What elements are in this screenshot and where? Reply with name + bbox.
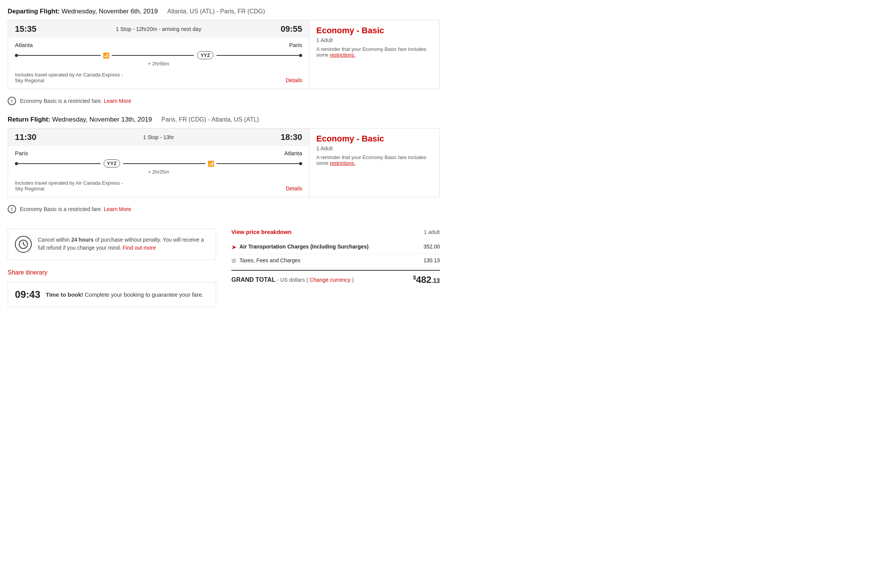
price-header: View price breakdown 1 adult — [231, 229, 440, 235]
returning-learn-more-link[interactable]: Learn More — [104, 206, 131, 212]
plane-icon: ➤ — [231, 244, 236, 251]
per-adult-label: 1 adult — [424, 229, 440, 235]
departing-header: Departing Flight: Wednesday, November 6t… — [8, 8, 440, 15]
transportation-label: ➤ Air Transportation Charges (Including … — [231, 244, 423, 251]
departing-flight-card: 15:35 1 Stop - 12hr20m - arriving next d… — [8, 20, 440, 89]
departing-route-line: 📶 YYZ — [15, 51, 302, 59]
departing-footer: Includes travel operated by Air Canada E… — [15, 72, 302, 83]
departing-details-link[interactable]: Details — [286, 77, 302, 83]
returning-fare-class: Economy - Basic — [316, 134, 433, 144]
returning-route: Paris, FR (CDG) - Atlanta, US (ATL) — [161, 116, 259, 123]
departing-reminder-text: A reminder that your Economy Basic fare … — [316, 46, 433, 58]
returning-cities-row: Paris Atlanta — [15, 150, 302, 156]
transportation-amount: 352.00 — [423, 244, 440, 250]
cancel-box: Cancel within 24 hours of purchase witho… — [8, 229, 216, 260]
transportation-row: ➤ Air Transportation Charges (Including … — [231, 240, 440, 254]
departing-line-right — [216, 55, 299, 56]
grand-total-amount: $482.13 — [413, 275, 440, 285]
find-out-more-link[interactable]: Find out more — [123, 245, 156, 251]
timer-text: Time to book! Complete your booking to g… — [46, 291, 203, 298]
currency-info: - US dollars ( Change currency ) — [277, 277, 354, 283]
returning-section: Return Flight: Wednesday, November 13th,… — [8, 116, 440, 217]
returning-date: Wednesday, November 13th, 2019 — [52, 116, 152, 123]
timer-bold: Time to book! — [46, 291, 83, 298]
returning-operated-by: Includes travel operated by Air Canada E… — [15, 180, 130, 192]
taxes-amount: 130.13 — [423, 257, 440, 263]
departing-depart-time: 15:35 — [15, 24, 36, 34]
taxes-label: ⊞ Taxes, Fees and Charges — [231, 257, 423, 264]
returning-line-left — [18, 163, 101, 164]
departing-line-left — [18, 55, 101, 56]
timer-text-after: Complete your booking to guarantee your … — [85, 291, 203, 298]
departing-warning-bar: ! Economy Basic is a restricted fare. Le… — [8, 93, 440, 109]
returning-line-mid — [123, 163, 206, 164]
bottom-section: Cancel within 24 hours of purchase witho… — [8, 229, 440, 307]
returning-restrictions-link[interactable]: restrictions. — [330, 160, 355, 166]
departing-fare-class: Economy - Basic — [316, 26, 433, 36]
departing-learn-more-link[interactable]: Learn More — [104, 98, 131, 104]
view-price-link[interactable]: View price breakdown — [231, 229, 291, 235]
returning-flight-left: 11:30 1 Stop - 13hr 18:30 Paris Atlanta … — [8, 128, 309, 197]
returning-times-row: 11:30 1 Stop - 13hr 18:30 — [8, 128, 309, 146]
departing-label: Departing Flight: — [8, 8, 60, 15]
currency-text: - US dollars ( — [277, 277, 308, 283]
returning-origin-dot — [15, 162, 18, 165]
total-cents: .13 — [431, 278, 440, 284]
currency-close: ) — [352, 277, 354, 283]
warning-icon-departing: ! — [8, 97, 16, 105]
returning-dest-dot — [299, 162, 302, 165]
returning-adults: 1 Adult — [316, 145, 433, 151]
cancel-prefix: Cancel within — [38, 237, 71, 243]
cancel-text: Cancel within 24 hours of purchase witho… — [38, 236, 209, 252]
transportation-text: Air Transportation Charges (Including Su… — [239, 244, 369, 250]
departing-stopover-code: YYZ — [197, 51, 213, 59]
departing-date: Wednesday, November 6th, 2019 — [62, 8, 158, 15]
returning-layover: + 2hr25m — [15, 169, 302, 175]
returning-arrive-time: 18:30 — [281, 132, 302, 142]
departing-dest-dot — [299, 54, 302, 57]
returning-depart-time: 11:30 — [15, 132, 36, 142]
returning-flight-card: 11:30 1 Stop - 13hr 18:30 Paris Atlanta … — [8, 128, 440, 197]
wifi-icon-returning: 📶 — [208, 161, 214, 167]
departing-warning-text: Economy Basic is a restricted fare. — [20, 98, 103, 104]
total-main: 482 — [416, 275, 431, 285]
grand-total-text: GRAND TOTAL — [231, 276, 275, 283]
departing-line-mid — [112, 55, 194, 56]
departing-route: Atlanta, US (ATL) - Paris, FR (CDG) — [167, 8, 265, 15]
right-bottom: View price breakdown 1 adult ➤ Air Trans… — [231, 229, 440, 307]
departing-section: Departing Flight: Wednesday, November 6t… — [8, 8, 440, 109]
departing-flight-right: Economy - Basic 1 Adult A reminder that … — [309, 20, 439, 89]
share-itinerary-link[interactable]: Share itinerary — [8, 269, 47, 276]
svg-line-2 — [23, 244, 25, 245]
departing-adults: 1 Adult — [316, 37, 433, 43]
left-bottom: Cancel within 24 hours of purchase witho… — [8, 229, 216, 307]
departing-operated-by: Includes travel operated by Air Canada E… — [15, 72, 130, 83]
returning-label: Return Flight: — [8, 116, 50, 123]
currency-symbol: $ — [413, 275, 416, 281]
returning-warning-bar: ! Economy Basic is a restricted fare. Le… — [8, 201, 440, 217]
returning-route-line: YYZ 📶 — [15, 159, 302, 167]
departing-flight-left: 15:35 1 Stop - 12hr20m - arriving next d… — [8, 20, 309, 89]
departing-stop-info: 1 Stop - 12hr20m - arriving next day — [116, 26, 201, 32]
returning-dest-city: Atlanta — [284, 150, 302, 156]
returning-origin-city: Paris — [15, 150, 28, 156]
returning-footer: Includes travel operated by Air Canada E… — [15, 180, 302, 192]
returning-line-right — [216, 163, 299, 164]
taxes-text: Taxes, Fees and Charges — [239, 257, 301, 263]
returning-header: Return Flight: Wednesday, November 13th,… — [8, 116, 440, 123]
departing-origin-city: Atlanta — [15, 42, 33, 48]
grand-total-label: GRAND TOTAL - US dollars ( Change curren… — [231, 276, 354, 283]
grand-total-row: GRAND TOTAL - US dollars ( Change curren… — [231, 270, 440, 285]
departing-layover: + 2hr56m — [15, 61, 302, 67]
timer-box: 09:43 Time to book! Complete your bookin… — [8, 282, 216, 307]
warning-icon-returning: ! — [8, 205, 16, 213]
departing-restrictions-link[interactable]: restrictions. — [330, 52, 355, 58]
returning-stop-info: 1 Stop - 13hr — [143, 134, 174, 140]
departing-origin-dot — [15, 54, 18, 57]
change-currency-link[interactable]: Change currency — [310, 277, 351, 283]
cancel-bold: 24 hours — [71, 237, 93, 243]
departing-times-row: 15:35 1 Stop - 12hr20m - arriving next d… — [8, 20, 309, 38]
departing-arrive-time: 09:55 — [281, 24, 302, 34]
returning-details-link[interactable]: Details — [286, 185, 302, 192]
timer-value: 09:43 — [15, 289, 41, 300]
